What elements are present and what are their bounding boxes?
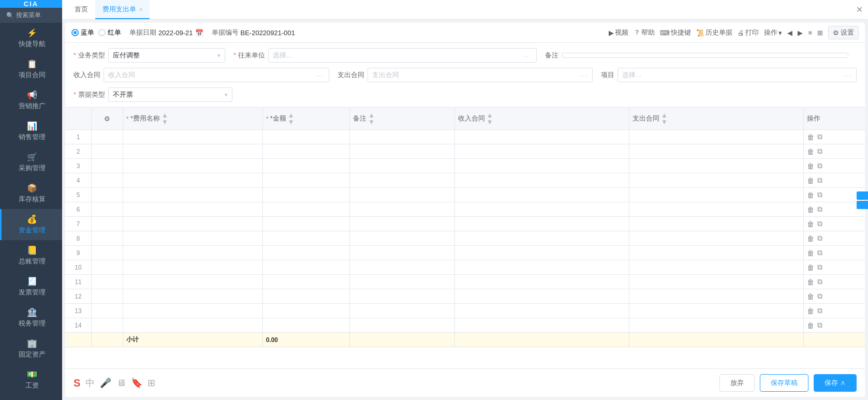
row-income-contract-cell[interactable] [454,304,629,318]
row-expense-name-cell[interactable] [123,246,262,260]
sidebar-item-inventory[interactable]: 📦 库存核算 [0,178,62,209]
expense-contract-input[interactable]: 支出合同 ··· [367,68,593,82]
delete-row-btn[interactable]: 🗑 [807,278,814,286]
row-remark-cell[interactable] [350,260,454,275]
row-expense-name-cell[interactable] [123,231,262,246]
row-expense-name-cell[interactable] [123,289,262,304]
row-expense-contract-cell[interactable] [629,202,804,217]
copy-row-btn[interactable]: ⧉ [817,176,822,185]
tab-close-btn[interactable]: × [139,6,142,12]
footer-grid-icon[interactable]: ⊞ [148,377,155,389]
row-income-contract-cell[interactable] [454,231,629,246]
copy-row-btn[interactable]: ⧉ [817,234,822,243]
row-expense-name-cell[interactable] [123,144,262,159]
delete-row-btn[interactable]: 🗑 [807,162,814,170]
row-amount-cell[interactable] [262,130,350,144]
row-expense-name-cell[interactable] [123,173,262,188]
invoice-type-input[interactable]: 不开票 ▾ [108,87,232,102]
delete-row-btn[interactable]: 🗑 [807,147,814,156]
business-type-input[interactable]: 应付调整 ▾ [108,48,225,63]
sidebar-item-purchase-mgmt[interactable]: 🛒 采购管理 [0,147,62,178]
row-expense-name-cell[interactable] [123,318,262,333]
list-view-icon[interactable]: ≡ [808,29,812,37]
sort-icons-income[interactable]: ▲▼ [487,112,493,125]
project-input[interactable]: 选择... ··· [617,68,857,82]
copy-row-btn[interactable]: ⧉ [817,205,822,214]
copy-row-btn[interactable]: ⧉ [817,147,822,156]
delete-row-btn[interactable]: 🗑 [807,205,814,214]
sort-icons[interactable]: ▲▼ [161,112,168,125]
config-header[interactable]: ⚙ [92,108,123,130]
delete-row-btn[interactable]: 🗑 [807,133,814,141]
row-remark-cell[interactable] [350,217,454,231]
sidebar-item-quick-nav[interactable]: ⚡ 快捷导航 [0,23,62,54]
row-amount-cell[interactable] [262,202,350,217]
save-draft-button[interactable]: 保存草稿 [760,374,808,392]
delete-row-btn[interactable]: 🗑 [807,249,814,257]
row-amount-cell[interactable] [262,289,350,304]
footer-mic-icon[interactable]: 🎤 [100,377,111,389]
delete-row-btn[interactable]: 🗑 [807,321,814,330]
video-btn[interactable]: ▶ 视频 [609,28,628,37]
sidebar-item-fund-mgmt[interactable]: 💰 资金管理 [0,209,62,240]
row-remark-cell[interactable] [350,318,454,333]
row-amount-cell[interactable] [262,217,350,231]
sidebar-item-marketing[interactable]: 📢 营销推广 [0,85,62,116]
nav-prev-icon[interactable]: ◀ [787,29,792,37]
copy-row-btn[interactable]: ⧉ [817,161,822,170]
row-amount-cell[interactable] [262,144,350,159]
row-expense-name-cell[interactable] [123,130,262,144]
copy-row-btn[interactable]: ⧉ [817,248,822,257]
delete-row-btn[interactable]: 🗑 [807,263,814,272]
copy-row-btn[interactable]: ⧉ [817,306,822,315]
delete-row-btn[interactable]: 🗑 [807,234,814,243]
sidebar-item-invoice-mgmt[interactable]: 🧾 发票管理 [0,271,62,302]
row-expense-name-cell[interactable] [123,304,262,318]
print-btn[interactable]: 🖨 打印 [738,28,759,37]
row-income-contract-cell[interactable] [454,188,629,202]
sidebar-search[interactable]: 🔍 搜索菜单 [0,8,62,23]
row-income-contract-cell[interactable] [454,130,629,144]
row-remark-cell[interactable] [350,246,454,260]
settings-btn[interactable]: ⚙ 设置 [828,26,859,39]
row-remark-cell[interactable] [350,289,454,304]
row-income-contract-cell[interactable] [454,217,629,231]
copy-row-btn[interactable]: ⧉ [817,292,822,301]
discard-button[interactable]: 放弃 [719,374,755,392]
footer-bookmark-icon[interactable]: 🔖 [131,377,142,389]
row-amount-cell[interactable] [262,231,350,246]
row-expense-contract-cell[interactable] [629,260,804,275]
row-remark-cell[interactable] [350,159,454,173]
shortcut-btn[interactable]: ⌨ 快捷键 [660,28,691,37]
row-remark-cell[interactable] [350,275,454,289]
copy-row-btn[interactable]: ⧉ [817,132,822,141]
row-remark-cell[interactable] [350,130,454,144]
footer-screen-icon[interactable]: 🖥 [116,378,126,389]
row-expense-contract-cell[interactable] [629,144,804,159]
copy-row-btn[interactable]: ⧉ [817,321,822,330]
row-income-contract-cell[interactable] [454,260,629,275]
row-expense-contract-cell[interactable] [629,275,804,289]
copy-row-btn[interactable]: ⧉ [817,190,822,199]
row-expense-contract-cell[interactable] [629,289,804,304]
grid-view-icon[interactable]: ⊞ [817,29,823,37]
row-income-contract-cell[interactable] [454,144,629,159]
row-amount-cell[interactable] [262,260,350,275]
counterpart-input[interactable]: 选择... ··· [268,48,537,63]
operate-btn[interactable]: 操作 ▾ [764,28,782,37]
row-remark-cell[interactable] [350,188,454,202]
row-income-contract-cell[interactable] [454,173,629,188]
row-expense-contract-cell[interactable] [629,159,804,173]
row-expense-name-cell[interactable] [123,188,262,202]
row-expense-contract-cell[interactable] [629,304,804,318]
row-income-contract-cell[interactable] [454,246,629,260]
sidebar-item-project-contract[interactable]: 📋 项目合同 [0,54,62,85]
copy-row-btn[interactable]: ⧉ [817,263,822,272]
nav-next-icon[interactable]: ▶ [798,29,803,37]
row-income-contract-cell[interactable] [454,159,629,173]
attachment-panel-btn[interactable]: 附 [857,191,868,200]
row-expense-contract-cell[interactable] [629,231,804,246]
calendar-icon[interactable]: 📅 [195,29,203,37]
sidebar-item-fixed-assets[interactable]: 🏢 固定资产 [0,333,62,364]
row-expense-contract-cell[interactable] [629,217,804,231]
